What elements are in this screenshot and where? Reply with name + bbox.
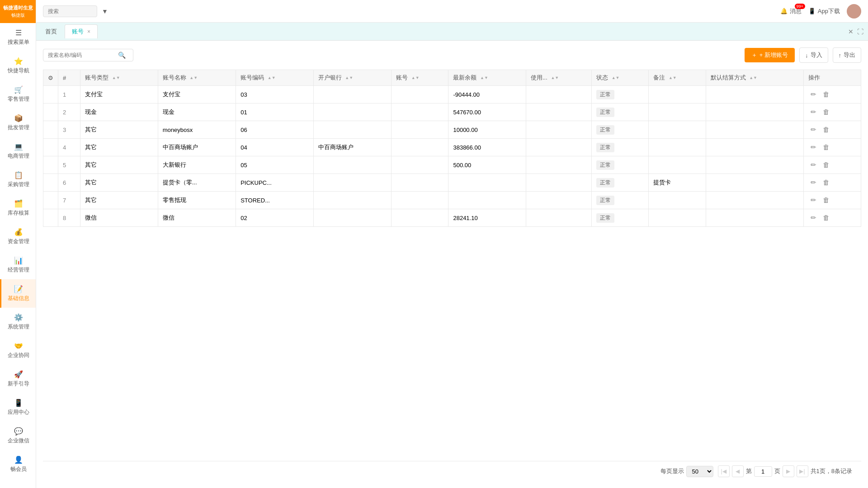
tab-expand-btn[interactable]: ⛶ xyxy=(857,28,863,35)
sidebar-label-basic-info: 基础信息 xyxy=(8,295,29,302)
edit-btn-6[interactable]: ✏ xyxy=(808,178,819,188)
table-row: 2 现金 现金 01 547670.00 正常 ✏ 🗑 xyxy=(43,103,861,121)
delete-btn-6[interactable]: 🗑 xyxy=(821,178,832,187)
row-action-8: ✏ 🗑 xyxy=(804,209,861,227)
prev-page-btn[interactable]: ◀ xyxy=(732,465,744,477)
row-bank-6 xyxy=(313,174,391,192)
col-account-type[interactable]: 账号类型 ▲▼ xyxy=(80,70,158,86)
main-content: ▼ 🔔 消息 99+ 📱 App下载 首页账号× ✕ ⛶ xyxy=(36,0,868,488)
page-size-select[interactable]: 102050100 xyxy=(686,466,713,477)
page-suffix: 页 xyxy=(774,467,780,475)
sidebar-item-new-guide[interactable]: 🚀新手引导 xyxy=(0,365,36,393)
row-balance-7 xyxy=(448,192,526,209)
row-action-2: ✏ 🗑 xyxy=(804,103,861,121)
toolbar-right: ＋ + 新增账号 ↓ 导入 ↑ 导出 xyxy=(745,47,861,63)
edit-btn-4[interactable]: ✏ xyxy=(808,142,819,152)
sidebar: 畅捷通时生意 畅捷版 ☰搜索菜单⭐快捷导航🛒零售管理📦批发管理💻电商管理📋采购管… xyxy=(0,0,36,488)
total-label: 共1页，8条记录 xyxy=(811,467,852,475)
col-account-no[interactable]: 账号 ▲▼ xyxy=(392,70,448,86)
export-button[interactable]: ↑ 导出 xyxy=(833,47,862,63)
notification-btn[interactable]: 🔔 消息 99+ xyxy=(780,7,802,15)
sidebar-item-retail-mgmt[interactable]: 🛒零售管理 xyxy=(0,80,36,108)
row-settings-2 xyxy=(43,103,58,121)
tab-close-accounts[interactable]: × xyxy=(87,28,90,35)
edit-btn-1[interactable]: ✏ xyxy=(808,89,819,99)
row-name-2: 现金 xyxy=(158,103,236,121)
row-settlement-2 xyxy=(706,103,804,121)
last-page-btn[interactable]: ▶| xyxy=(797,465,808,477)
col-remark[interactable]: 备注 ▲▼ xyxy=(649,70,706,86)
edit-btn-5[interactable]: ✏ xyxy=(808,160,819,170)
sidebar-label-wholesale-mgmt: 批发管理 xyxy=(8,124,29,131)
sidebar-item-wholesale-mgmt[interactable]: 📦批发管理 xyxy=(0,108,36,137)
col-account-code[interactable]: 账号编码 ▲▼ xyxy=(236,70,314,86)
delete-btn-4[interactable]: 🗑 xyxy=(821,142,832,152)
edit-btn-3[interactable]: ✏ xyxy=(808,125,819,135)
sidebar-item-finance-mgmt[interactable]: 💰资金管理 xyxy=(0,222,36,251)
sidebar-item-search-menu[interactable]: ☰搜索菜单 xyxy=(0,23,36,52)
edit-btn-2[interactable]: ✏ xyxy=(808,107,819,117)
first-page-btn[interactable]: |◀ xyxy=(718,465,730,477)
delete-btn-1[interactable]: 🗑 xyxy=(821,89,832,99)
col-status[interactable]: 状态 ▲▼ xyxy=(592,70,649,86)
search-input[interactable] xyxy=(48,52,116,58)
row-settings-1 xyxy=(43,86,58,103)
avatar[interactable] xyxy=(847,4,861,19)
add-button-label: + 新增账号 xyxy=(760,51,788,59)
sidebar-icon-system-mgmt: ⚙️ xyxy=(14,313,23,322)
toolbar-left: 🔍 xyxy=(43,49,133,61)
row-settlement-7 xyxy=(706,192,804,209)
next-page-btn[interactable]: ▶ xyxy=(783,465,794,477)
col-bank[interactable]: 开户银行 ▲▼ xyxy=(313,70,391,86)
edit-btn-7[interactable]: ✏ xyxy=(808,195,819,205)
tab-label-accounts: 账号 xyxy=(72,28,84,36)
col-usage[interactable]: 使用... ▲▼ xyxy=(526,70,591,86)
header-search-input[interactable] xyxy=(43,5,97,17)
sidebar-item-app-center[interactable]: 📱应用中心 xyxy=(0,393,36,422)
page-number-input[interactable] xyxy=(754,466,772,477)
add-account-button[interactable]: ＋ + 新增账号 xyxy=(745,48,795,62)
tab-accounts[interactable]: 账号× xyxy=(65,24,98,38)
row-balance-3: 10000.00 xyxy=(448,121,526,139)
delete-btn-8[interactable]: 🗑 xyxy=(821,213,832,222)
phone-icon: 📱 xyxy=(808,8,816,14)
col-balance[interactable]: 最新余额 ▲▼ xyxy=(448,70,526,86)
tab-home[interactable]: 首页 xyxy=(38,25,64,38)
sidebar-item-basic-info[interactable]: 📝基础信息 xyxy=(0,279,36,308)
row-status-8: 正常 xyxy=(592,209,649,227)
sidebar-label-purchase-mgmt: 采购管理 xyxy=(8,181,29,188)
import-icon: ↓ xyxy=(805,52,808,59)
delete-btn-2[interactable]: 🗑 xyxy=(821,107,832,117)
page-size-label: 每页显示 xyxy=(660,467,684,475)
row-settings-5 xyxy=(43,156,58,174)
delete-btn-5[interactable]: 🗑 xyxy=(821,160,832,169)
sidebar-item-enterprise-agreement[interactable]: 🤝企业协同 xyxy=(0,336,36,365)
sidebar-item-ecommerce-mgmt[interactable]: 💻电商管理 xyxy=(0,137,36,165)
row-code-6: PICKUPC... xyxy=(236,174,314,192)
row-bank-4: 中百商场账户 xyxy=(313,139,391,156)
sidebar-item-operations-mgmt[interactable]: 📊经营管理 xyxy=(0,251,36,279)
header-dropdown-btn[interactable]: ▼ xyxy=(102,8,108,15)
col-account-name[interactable]: 账号名称 ▲▼ xyxy=(158,70,236,86)
row-status-7: 正常 xyxy=(592,192,649,209)
page-size-selector: 每页显示 102050100 xyxy=(660,466,713,477)
sidebar-item-purchase-mgmt[interactable]: 📋采购管理 xyxy=(0,165,36,194)
sidebar-icon-enterprise-wechat: 💬 xyxy=(14,427,23,436)
sidebar-label-retail-mgmt: 零售管理 xyxy=(8,95,29,103)
edit-btn-8[interactable]: ✏ xyxy=(808,213,819,223)
delete-btn-3[interactable]: 🗑 xyxy=(821,125,832,134)
row-index-3: 3 xyxy=(58,121,80,139)
import-button[interactable]: ↓ 导入 xyxy=(799,47,828,63)
tab-close-all-btn[interactable]: ✕ xyxy=(848,28,854,35)
app-download-btn[interactable]: 📱 App下载 xyxy=(808,7,840,15)
search-icon: 🔍 xyxy=(118,52,126,59)
row-remark-5 xyxy=(649,156,706,174)
col-default-settlement[interactable]: 默认结算方式 ▲▼ xyxy=(706,70,804,86)
sidebar-item-member[interactable]: 👤畅会员 xyxy=(0,450,36,479)
sidebar-item-inventory[interactable]: 🗂️库存核算 xyxy=(0,194,36,222)
sidebar-item-enterprise-wechat[interactable]: 💬企业微信 xyxy=(0,422,36,450)
sidebar-item-system-mgmt[interactable]: ⚙️系统管理 xyxy=(0,308,36,336)
row-type-3: 其它 xyxy=(80,121,158,139)
sidebar-item-quick-nav[interactable]: ⭐快捷导航 xyxy=(0,52,36,80)
delete-btn-7[interactable]: 🗑 xyxy=(821,195,832,205)
